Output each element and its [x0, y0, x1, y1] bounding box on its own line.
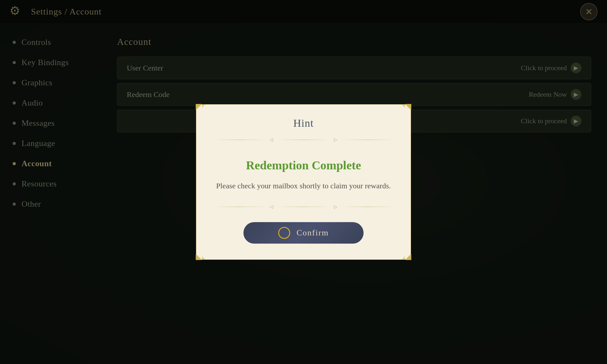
divider-arrow-right: ▷: [334, 137, 337, 143]
corner-decoration-tl: [195, 103, 209, 117]
confirm-circle-icon: [278, 227, 290, 239]
divider-arrow-left: ◁: [270, 204, 273, 209]
top-divider: ◁ ▷: [212, 137, 395, 143]
divider-line-center: [276, 207, 331, 207]
svg-rect-7: [411, 254, 411, 260]
confirm-label: Confirm: [297, 228, 329, 238]
corner-decoration-bl: [195, 247, 209, 261]
divider-arrow-left: ◁: [270, 137, 273, 143]
svg-rect-2: [406, 104, 411, 105]
redemption-complete-text: Redemption Complete: [246, 158, 361, 172]
divider-line-left: [212, 140, 267, 140]
svg-rect-3: [411, 104, 411, 110]
divider-line-right: [340, 207, 395, 207]
hint-modal: Hint ◁ ▷ Redemption Complete Please chec…: [196, 104, 411, 260]
modal-description: Please check your mailbox shortly to cla…: [216, 180, 391, 191]
svg-rect-0: [196, 104, 201, 105]
divider-line-left: [212, 207, 267, 207]
confirm-button[interactable]: Confirm: [243, 222, 364, 244]
divider-arrow-right: ▷: [334, 204, 337, 209]
svg-rect-1: [196, 104, 196, 110]
svg-rect-4: [196, 259, 201, 260]
bottom-divider: ◁ ▷: [212, 204, 395, 209]
corner-decoration-br: [398, 247, 412, 261]
divider-line-center: [276, 140, 331, 140]
corner-decoration-tr: [398, 103, 412, 117]
svg-rect-6: [406, 259, 411, 260]
modal-title: Hint: [293, 117, 314, 129]
divider-line-right: [340, 140, 395, 140]
svg-rect-5: [196, 254, 196, 260]
modal-overlay: Hint ◁ ▷ Redemption Complete Please chec…: [0, 0, 607, 364]
